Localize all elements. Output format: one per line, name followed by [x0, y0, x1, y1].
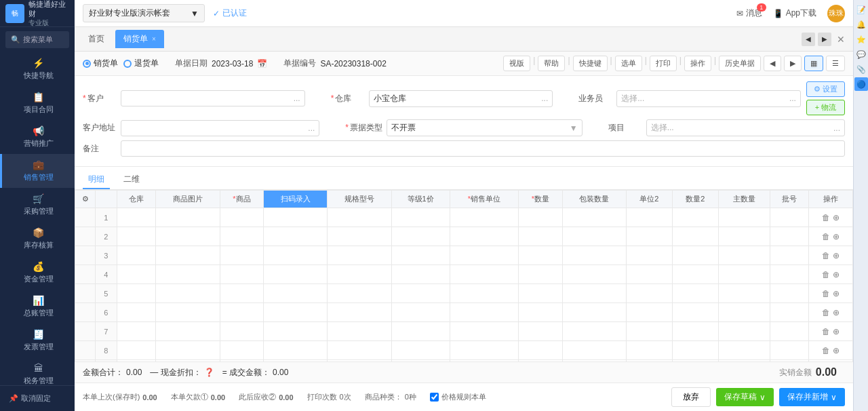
row-qty-7[interactable] [518, 322, 562, 341]
help-btn[interactable]: 帮助 [538, 56, 565, 71]
row-copy-1[interactable]: ⊕ [833, 213, 840, 222]
right-panel-icon-6[interactable]: 🔵 [854, 77, 868, 91]
row-delete-4[interactable]: 🗑 [822, 270, 830, 279]
row-unit2-1[interactable] [626, 208, 672, 227]
row-qty2-4[interactable] [672, 265, 718, 284]
unpin-button[interactable]: 📌 取消固定 [5, 390, 69, 407]
row-pack-qty-1[interactable] [562, 208, 626, 227]
address-input[interactable]: ... [121, 120, 319, 136]
select-btn[interactable]: 选单 [615, 56, 642, 71]
sidebar-item-inventory[interactable]: 📦 库存核算 [0, 222, 75, 256]
row-main-qty-4[interactable] [718, 265, 770, 284]
row-qty2-2[interactable] [672, 227, 718, 246]
row-sales-unit-9[interactable] [450, 360, 518, 362]
message-button[interactable]: ✉ 消息 1 [736, 7, 762, 19]
row-copy-5[interactable]: ⊕ [833, 289, 840, 298]
row-qty-3[interactable] [518, 246, 562, 265]
row-spec-2[interactable] [328, 227, 391, 246]
sidebar-item-project[interactable]: 📋 项目合同 [0, 86, 75, 120]
row-sales-unit-5[interactable] [450, 284, 518, 303]
right-panel-icon-3[interactable]: ⭐ [854, 33, 868, 46]
row-sales-unit-3[interactable] [450, 246, 518, 265]
row-qty2-8[interactable] [672, 341, 718, 360]
row-main-qty-3[interactable] [718, 246, 770, 265]
row-spec-1[interactable] [328, 208, 391, 227]
row-product-img-5[interactable] [156, 284, 220, 303]
row-copy-7[interactable]: ⊕ [833, 327, 840, 336]
row-qty-1[interactable] [518, 208, 562, 227]
row-barcode-6[interactable] [264, 303, 328, 322]
toolbar-prev-btn[interactable]: ◀ [764, 56, 781, 71]
row-product-5[interactable] [220, 284, 264, 303]
row-sales-unit-1[interactable] [450, 208, 518, 227]
warehouse-picker-icon[interactable]: ... [541, 94, 548, 103]
row-batch-6[interactable] [770, 303, 809, 322]
row-product-2[interactable] [220, 227, 264, 246]
row-product-img-6[interactable] [156, 303, 220, 322]
project-picker-icon[interactable]: ... [833, 123, 840, 133]
row-product-8[interactable] [220, 341, 264, 360]
radio-return-order[interactable]: 退货单 [123, 58, 159, 69]
help-icon[interactable]: ❓ [204, 368, 214, 377]
row-copy-3[interactable]: ⊕ [833, 251, 840, 260]
row-batch-9[interactable] [770, 360, 809, 362]
row-main-qty-9[interactable] [718, 360, 770, 362]
row-sales-unit-4[interactable] [450, 265, 518, 284]
row-batch-4[interactable] [770, 265, 809, 284]
row-barcode-3[interactable] [264, 246, 328, 265]
row-unit2-5[interactable] [626, 284, 672, 303]
home-tab[interactable]: 首页 [80, 30, 113, 48]
sidebar-search[interactable]: 🔍 搜索菜单 [0, 27, 75, 52]
tab-close-button[interactable]: ✕ [834, 33, 848, 46]
row-sales-unit-8[interactable] [450, 341, 518, 360]
company-selector[interactable]: 好业财专业版演示帐套 ▼ [83, 4, 205, 22]
row-qty2-7[interactable] [672, 322, 718, 341]
row-delete-8[interactable]: 🗑 [822, 346, 830, 355]
row-warehouse-1[interactable] [117, 208, 156, 227]
sidebar-item-tax[interactable]: 🏛 税务管理 [0, 357, 75, 385]
row-grade-price-8[interactable] [391, 341, 450, 360]
address-picker-icon[interactable]: ... [308, 123, 315, 133]
print-btn[interactable]: 打印 [650, 56, 677, 71]
row-product-4[interactable] [220, 265, 264, 284]
operation-btn[interactable]: 操作 [684, 56, 711, 71]
save-new-button[interactable]: 保存并新增 ∨ [779, 388, 845, 406]
project-input[interactable]: 选择... ... [646, 119, 845, 136]
row-qty-9[interactable] [518, 360, 562, 362]
row-barcode-7[interactable] [264, 322, 328, 341]
row-product-1[interactable] [220, 208, 264, 227]
row-qty2-5[interactable] [672, 284, 718, 303]
row-qty2-3[interactable] [672, 246, 718, 265]
row-qty2-9[interactable] [672, 360, 718, 362]
row-unit2-8[interactable] [626, 341, 672, 360]
row-warehouse-9[interactable] [117, 360, 156, 362]
row-qty-2[interactable] [518, 227, 562, 246]
salesperson-input[interactable]: 选择... ... [616, 90, 801, 107]
history-btn[interactable]: 历史单据 [719, 56, 761, 71]
row-main-qty-7[interactable] [718, 322, 770, 341]
row-pack-qty-2[interactable] [562, 227, 626, 246]
row-main-qty-2[interactable] [718, 227, 770, 246]
row-product-img-2[interactable] [156, 227, 220, 246]
row-delete-6[interactable]: 🗑 [822, 308, 830, 317]
tab-next-arrow[interactable]: ▶ [818, 33, 831, 46]
set-button[interactable]: ⚙ 设置 [806, 81, 845, 97]
row-pack-qty-6[interactable] [562, 303, 626, 322]
row-spec-8[interactable] [328, 341, 391, 360]
row-grade-price-6[interactable] [391, 303, 450, 322]
row-qty-6[interactable] [518, 303, 562, 322]
row-pack-qty-9[interactable] [562, 360, 626, 362]
grid-view-btn[interactable]: ▦ [804, 56, 823, 71]
warehouse-input[interactable]: 小宝仓库 ... [369, 90, 553, 107]
row-warehouse-4[interactable] [117, 265, 156, 284]
row-delete-3[interactable]: 🗑 [822, 251, 830, 260]
row-delete-7[interactable]: 🗑 [822, 327, 830, 336]
row-main-qty-5[interactable] [718, 284, 770, 303]
logistics-button[interactable]: + 物流 [806, 100, 845, 115]
row-warehouse-3[interactable] [117, 246, 156, 265]
row-barcode-5[interactable] [264, 284, 328, 303]
row-spec-3[interactable] [328, 246, 391, 265]
row-unit2-2[interactable] [626, 227, 672, 246]
row-product-img-7[interactable] [156, 322, 220, 341]
row-main-qty-1[interactable] [718, 208, 770, 227]
